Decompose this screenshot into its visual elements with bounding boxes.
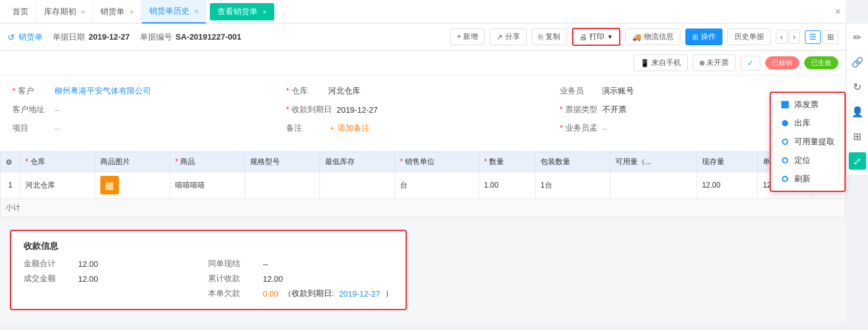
tab-sales-history[interactable]: 销货单历史 ×: [142, 0, 206, 24]
add-invoice-label: 添发票: [794, 99, 818, 110]
next-button[interactable]: ›: [789, 30, 800, 44]
dropdown-out-stock[interactable]: 出库: [771, 114, 844, 132]
bottom-area: 收款信息 金额合计 12.00 同单现结 -- 成交金额 12.00 累计收款 …: [0, 217, 846, 323]
main-close-button[interactable]: ×: [835, 6, 841, 17]
status-sold-button[interactable]: 已核销: [765, 56, 799, 69]
history-button[interactable]: 历史单据: [727, 28, 771, 45]
dropdown-available-qty[interactable]: 可用量提取: [771, 132, 844, 151]
logistics-button[interactable]: 🚚 物流信息: [625, 28, 680, 45]
new-button[interactable]: + 新增: [450, 28, 485, 45]
locate-icon: [781, 156, 789, 165]
status-effective-button[interactable]: 已生效: [804, 56, 838, 69]
due-date-field: 收款到期日 2019-12-27: [286, 104, 560, 115]
tab-inventory-close[interactable]: ×: [81, 8, 85, 15]
due-date-value: 2019-12-27: [337, 105, 378, 115]
table-header-row: ⚙ 仓库 商品图片 商品 规格型号 最低库存 销售单位 数量 包装数量 可用量（…: [1, 152, 846, 172]
sidebar-edit-icon[interactable]: ✏: [849, 28, 866, 46]
warehouse-value: 河北仓库: [328, 85, 360, 97]
operate-icon: ⊞: [692, 33, 698, 41]
project-label: 项目: [12, 123, 50, 134]
right-sidebar: ✏ 🔗 ↻ 👤 ⊞ ⤢: [846, 24, 868, 175]
sidebar-refresh-icon[interactable]: ↻: [849, 78, 866, 95]
tab-view-sales[interactable]: 查看销货单 ×: [210, 3, 274, 20]
cell-min-stock: [319, 172, 394, 199]
grid-view-button[interactable]: ⊞: [822, 30, 838, 44]
th-sales-unit: 销售单位: [394, 152, 479, 172]
doc-title: ↺ 销货单: [7, 32, 43, 43]
data-table: ⚙ 仓库 商品图片 商品 规格型号 最低库存 销售单位 数量 包装数量 可用量（…: [0, 152, 846, 217]
list-view-icon: ☰: [809, 32, 817, 41]
doc-actions: + 新增 ↗ 分享 ⎘ 复制 🖨 打印 ▼ 🚚 物流信息 ⊞ 操作: [450, 28, 838, 46]
th-available: 可用量（...: [610, 152, 697, 172]
share-button[interactable]: ↗ 分享: [490, 28, 527, 45]
doc-type-icon: ↺: [7, 32, 15, 42]
payment-cumulative: 累计收款 12.00: [208, 273, 393, 284]
refresh-icon: [781, 175, 789, 183]
same-order-label: 同单现结: [208, 258, 258, 269]
tab-view-close[interactable]: ×: [263, 8, 266, 15]
address-label: 客户地址: [12, 104, 50, 115]
check-icon-button[interactable]: ✓: [740, 56, 760, 71]
amount-total-value: 12.00: [78, 259, 98, 269]
out-stock-icon: [781, 119, 789, 128]
staff-label: 业务员: [560, 85, 597, 97]
available-qty-label: 可用量提取: [794, 136, 835, 147]
due-date-label: 收款到期日: [286, 104, 332, 115]
cell-spec: [245, 172, 319, 199]
operate-button[interactable]: ⊞ 操作: [685, 28, 723, 45]
cell-product-img: ▦: [95, 172, 170, 199]
cumulative-label: 累计收款: [208, 273, 258, 284]
prev-button[interactable]: ‹: [776, 30, 787, 44]
staff-value: 演示账号: [602, 85, 634, 97]
tab-home[interactable]: 首页: [5, 0, 37, 24]
th-quantity: 数量: [479, 152, 535, 172]
from-phone-button[interactable]: 📱 来自手机: [633, 54, 688, 71]
sidebar-expand-icon[interactable]: ⤢: [849, 152, 866, 170]
available-qty-icon: [781, 137, 789, 146]
add-invoice-icon: [781, 100, 789, 109]
sidebar-link-icon[interactable]: 🔗: [849, 53, 866, 71]
owe-value: 0.00: [263, 289, 278, 298]
th-product-img: 商品图片: [95, 152, 170, 172]
owe-due-date: 2019-12-27: [339, 289, 380, 298]
th-product: 商品: [170, 152, 245, 172]
print-button[interactable]: 🖨 打印 ▼: [572, 28, 620, 46]
cell-row-num: 1: [1, 172, 20, 199]
transaction-value: 12.00: [78, 274, 98, 284]
sidebar-table-icon[interactable]: ⊞: [849, 128, 866, 145]
tab-sales-order[interactable]: 销货单 ×: [93, 0, 141, 24]
tab-inventory-start[interactable]: 库存期初 ×: [37, 0, 93, 24]
th-settings[interactable]: ⚙: [1, 152, 20, 172]
from-phone-icon: 📱: [640, 59, 649, 67]
tab-history-close[interactable]: ×: [194, 7, 198, 15]
add-note-button[interactable]: ＋ 添加备注: [328, 123, 370, 134]
cell-available: [610, 172, 697, 199]
th-spec: 规格型号: [245, 152, 319, 172]
add-note-icon: ＋: [328, 123, 336, 134]
dropdown-locate[interactable]: 定位: [771, 151, 844, 170]
customer-value[interactable]: 柳州粤港平安气体有限公司: [54, 85, 151, 97]
doc-type-label: 销货单: [19, 32, 43, 43]
nav-arrows: ‹ ›: [776, 30, 800, 44]
copy-icon: ⎘: [539, 33, 543, 41]
not-open-button[interactable]: 未开票: [693, 54, 736, 71]
tab-inventory-label: 库存期初: [44, 6, 76, 17]
payment-title: 收款信息: [24, 241, 393, 252]
sidebar-user-icon[interactable]: 👤: [849, 103, 866, 120]
doc-date-value: 2019-12-27: [89, 32, 130, 41]
tab-sales-close[interactable]: ×: [129, 8, 133, 15]
note-label: 备注: [286, 123, 323, 134]
copy-button[interactable]: ⎘ 复制: [532, 28, 567, 45]
dropdown-refresh[interactable]: 刷新: [771, 170, 844, 188]
doc-number-label: 单据编号: [140, 32, 172, 43]
owe-label: 本单欠款: [208, 288, 258, 299]
tab-bar: 首页 库存期初 × 销货单 × 销货单历史 × 查看销货单 × ×: [0, 0, 846, 24]
cell-pack-qty: 1台: [536, 172, 610, 199]
doc-number-meta: 单据编号 SA-20191227-001: [140, 32, 241, 43]
locate-label: 定位: [794, 155, 810, 166]
dropdown-add-invoice[interactable]: 添发票: [771, 95, 844, 114]
th-pack-qty: 包装数量: [536, 152, 610, 172]
warehouse-label: 仓库: [286, 85, 323, 97]
customer-field: 客户 柳州粤港平安气体有限公司: [12, 85, 286, 97]
list-view-button[interactable]: ☰: [805, 30, 821, 44]
